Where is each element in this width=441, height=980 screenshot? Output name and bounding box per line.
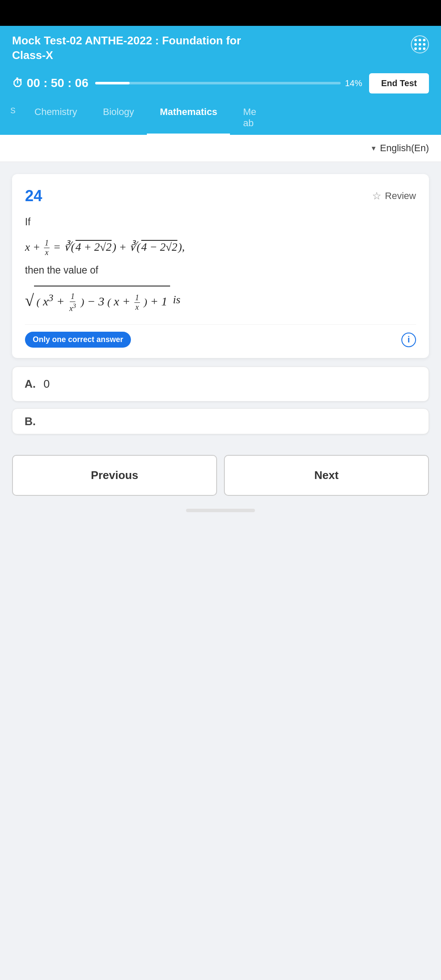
clock-icon: ⏱ [12, 77, 23, 90]
math-formula-line1: x + 1 x = ∛(4 + 2√2) + ∛(4 − 2√2), [25, 236, 416, 258]
progress-section: 14% [95, 78, 362, 88]
timer-display: ⏱ 00 : 50 : 06 [12, 76, 88, 90]
review-button[interactable]: ☆ Review [372, 190, 416, 202]
option-b[interactable]: B. [12, 408, 429, 434]
top-status-bar [0, 0, 441, 26]
option-a-letter: A. [25, 377, 37, 391]
subject-tabs-bar: S Chemistry Biology Mathematics Meab [0, 100, 441, 135]
navigation-buttons: Previous Next [0, 446, 441, 504]
language-selector[interactable]: ▾ English(En) [372, 143, 429, 154]
progress-bar-background [95, 82, 341, 84]
info-icon[interactable]: i [401, 333, 416, 347]
main-content: 24 ☆ Review If x + 1 x = ∛(4 + 2√2) + ∛(… [0, 162, 441, 447]
tab-chemistry[interactable]: Chemistry [22, 100, 90, 135]
option-a-value: 0 [43, 377, 50, 391]
star-icon: ☆ [372, 190, 382, 202]
math-formula-line2: √ ( x3 + 1 x3 ) − 3 ( x + 1 x ) [25, 285, 416, 316]
question-card: 24 ☆ Review If x + 1 x = ∛(4 + 2√2) + ∛(… [12, 174, 429, 358]
options-container: A. 0 B. [12, 367, 429, 434]
tab-mathematics[interactable]: Mathematics [147, 100, 230, 135]
progress-bar-fill [95, 82, 130, 84]
bottom-indicator-bar [186, 509, 255, 512]
question-body: then the value of [25, 262, 416, 279]
question-intro: If [25, 214, 416, 230]
answer-type-badge: Only one correct answer [25, 332, 131, 348]
previous-button[interactable]: Previous [12, 455, 217, 496]
tab-s[interactable]: S [4, 100, 22, 135]
tab-biology[interactable]: Biology [90, 100, 147, 135]
option-b-letter: B. [25, 415, 37, 428]
end-test-button[interactable]: End Test [369, 73, 429, 93]
tab-mental-ability[interactable]: Meab [230, 100, 269, 135]
language-label: English(En) [380, 143, 429, 154]
answer-type-row: Only one correct answer i [25, 324, 416, 348]
header-section: Mock Test-02 ANTHE-2022 : Foundation for… [0, 26, 441, 100]
chevron-down-icon: ▾ [372, 143, 376, 153]
grid-dots-pattern [414, 39, 426, 50]
question-number: 24 [25, 187, 42, 205]
progress-percentage: 14% [345, 78, 362, 88]
review-label: Review [385, 190, 416, 202]
grid-menu-icon[interactable] [411, 35, 429, 53]
next-button[interactable]: Next [224, 455, 429, 496]
option-a[interactable]: A. 0 [12, 367, 429, 401]
language-bar: ▾ English(En) [0, 135, 441, 162]
test-title: Mock Test-02 ANTHE-2022 : Foundation for… [12, 34, 262, 63]
